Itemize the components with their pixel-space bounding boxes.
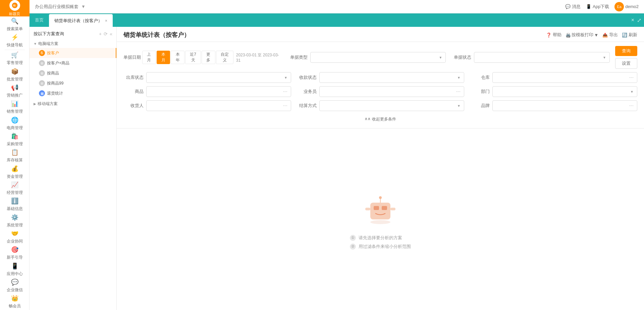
tip-text-2: 用过滤条件来缩小分析范围 [359,244,411,250]
department-select[interactable]: ▼ [492,86,637,97]
page-header-actions: ❓ 帮助 🖨️ 按模板打印 ▼ 📤 导出 🔄 刷新 [546,32,637,38]
sidebar-item-ecommerce[interactable]: 🌐 电商管理 [0,115,30,132]
settings-btn[interactable]: 设置 [615,58,637,69]
sidebar-item-system[interactable]: ⚙️ 系统管理 [0,213,30,229]
page-header: 销货单统计表（按客户） ❓ 帮助 🖨️ 按模板打印 ▼ 📤 导出 [117,27,644,42]
filter-settlement: 结算方式 ▼ [297,100,464,111]
refresh-label: 刷新 [629,32,637,38]
scheme-item-by-customer-product[interactable]: ⊞ 按客户+商品 [30,58,116,68]
date-btn-last-7days[interactable]: 近7天 [185,51,201,64]
out-status-select[interactable]: ▼ [146,72,291,83]
date-filter: 单据日期 上月 本月 本年 近7天 更多 自定义 2023-03-01 至 20… [123,51,282,64]
salesperson-select[interactable]: ··· [319,86,464,97]
sidebar-item-quicknav[interactable]: ⚡ 快捷导航 [0,33,30,49]
tab-bar-actions: × ⤢ [631,17,644,23]
add-scheme-btn[interactable]: + [99,31,102,37]
order-type-select[interactable]: ▼ [310,52,446,63]
sidebar-item-label: 零售管理 [7,60,23,66]
sidebar-item-label: 电商管理 [7,125,23,131]
desktop-scheme-section: ▼ 电脑端方案 客 按客户 ⊞ 按客户+商品 ⊞ 按商品 [30,40,116,98]
sidebar-item-label: 营销推广 [7,93,23,98]
retail-icon: 🛒 [11,51,18,59]
quicknav-icon: ⚡ [11,34,18,41]
help-label: 帮助 [553,32,561,38]
sidebar-item-operation[interactable]: 📈 经营管理 [0,180,30,196]
out-status-label: 出库状态 [123,74,144,81]
sidebar-item-finance[interactable]: 💰 资金管理 [0,164,30,180]
template-print-btn[interactable]: 🖨️ 按模板打印 ▼ [566,32,598,38]
salesperson-dots: ··· [456,89,461,95]
scheme-item-by-customer[interactable]: 客 按客户 [30,48,116,58]
filter-row-2: 出库状态 ▼ 收款状态 ▼ 仓库 [123,72,637,83]
logo-icon: 畅 [9,0,20,11]
left-panel: 按以下方案查询 + ⟳ « ▼ 电脑端方案 客 按客户 [30,27,117,310]
tab-maximize-btn[interactable]: ⤢ [637,17,641,23]
mobile-scheme-label: 移动端方案 [38,101,58,107]
sidebar-item-enterprise[interactable]: 🤝 企业协同 [0,229,30,245]
warehouse-select[interactable]: ··· [492,72,637,83]
order-status-select[interactable]: ▼ [474,52,610,63]
scheme-label-by-product: 按商品 [47,70,59,76]
help-btn[interactable]: ❓ 帮助 [546,32,561,38]
collapse-panel-btn[interactable]: « [110,31,112,37]
date-btn-custom[interactable]: 自定义 [216,51,233,64]
user-menu[interactable]: Ea demo2 [614,2,639,11]
sidebar-logo[interactable]: 畅 标题页 [0,0,30,16]
sidebar-item-marketing[interactable]: 📢 营销推广 [0,83,30,99]
sidebar-item-label: 企业协同 [7,239,23,244]
sidebar-item-retail[interactable]: 🛒 零售管理 [0,51,30,67]
date-btn-more[interactable]: 更多 [202,51,215,64]
date-btn-last-month[interactable]: 上月 [142,51,156,64]
dropdown-icon[interactable]: ▼ [81,4,86,9]
scheme-item-by-product[interactable]: ⊞ 按商品 [30,68,116,78]
sidebar-item-inventory[interactable]: 📋 库存核算 [0,148,30,164]
date-btn-this-year[interactable]: 本年 [171,51,184,64]
collapse-row[interactable]: ∧∧ 收起更多条件 [123,114,637,124]
tab-close-btn[interactable]: × [105,18,107,23]
export-btn[interactable]: 📤 导出 [602,32,618,38]
sidebar-item-basic[interactable]: ℹ️ 基础信息 [0,197,30,213]
refresh-icon: 🔄 [622,33,627,38]
refresh-scheme-btn[interactable]: ⟳ [104,31,108,37]
refresh-btn[interactable]: 🔄 刷新 [622,32,637,38]
date-btn-this-month[interactable]: 本月 [157,51,170,64]
tip-num-2: ② [350,244,356,250]
query-btn[interactable]: 查询 [615,46,637,56]
sidebar-item-label: 销售管理 [7,109,23,114]
desktop-scheme-header[interactable]: ▼ 电脑端方案 [30,40,116,48]
empty-tips: ① 请先选择要分析的方案 ② 用过滤条件来缩小分析范围 [350,235,411,250]
empty-tip-1: ① 请先选择要分析的方案 [350,235,411,241]
scheme-label-by-customer-product: 按客户+商品 [47,60,69,66]
tab-close-all-btn[interactable]: × [631,17,634,23]
brand-select[interactable]: ··· [492,100,637,111]
right-main: 销货单统计表（按客户） ❓ 帮助 🖨️ 按模板打印 ▼ 📤 导出 [117,27,644,310]
sidebar-item-member[interactable]: 👑 畅会员 [0,294,30,310]
sidebar-item-appcenter[interactable]: 📱 应用中心 [0,261,30,277]
receiver-select[interactable]: ··· [146,100,291,111]
export-label: 导出 [609,32,618,38]
product-select[interactable]: ··· [146,86,291,97]
receipt-status-select[interactable]: ▼ [319,72,464,83]
sidebar-item-sales[interactable]: 📊 销售管理 [0,99,30,115]
sidebar-item-newguide[interactable]: 🎯 新手引导 [0,245,30,261]
sidebar-item-search[interactable]: 🔍 搜索菜单 [0,16,30,33]
tab-home[interactable]: 首页 [30,13,49,27]
filter-order-status: 单据状态 ▼ [451,52,610,63]
settlement-select[interactable]: ▼ [319,100,464,111]
sidebar-item-wholesale[interactable]: 📦 批发管理 [0,67,30,83]
scheme-item-return-stats[interactable]: ▦ 退货统计 [30,88,116,98]
sidebar-item-purchase[interactable]: 🛍️ 采购管理 [0,132,30,148]
page-title: 销货单统计表（按客户） [123,31,190,39]
date-range: 2023-03-01 至 2023-03-31 [236,52,282,63]
scheme-item-by-product-99[interactable]: ⊞ 按商品99 [30,78,116,88]
app-download-btn[interactable]: 📱 App下载 [586,4,609,10]
brand-label: 品牌 [470,103,490,109]
warehouse-label: 仓库 [470,74,490,81]
svg-point-9 [370,220,390,224]
tab-current[interactable]: 销货单统计表（按客户） × [49,14,113,28]
sidebar-item-wechat[interactable]: 💬 企业微信 [0,277,30,294]
sidebar-item-label: 采购管理 [7,141,23,147]
message-btn[interactable]: 💬 消息 [565,4,581,10]
mobile-scheme-header[interactable]: ▶ 移动端方案 [30,100,116,108]
scheme-label-by-product-99: 按商品99 [47,81,63,86]
